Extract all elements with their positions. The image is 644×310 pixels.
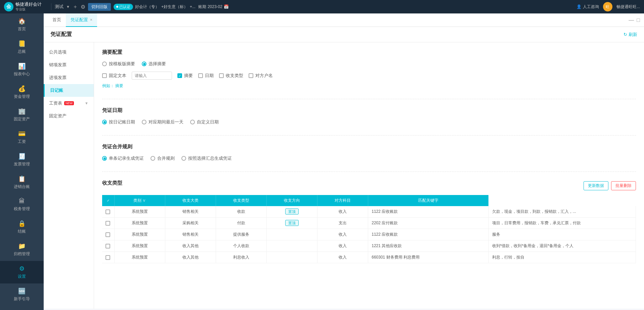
row-4-account: 1221 其他应收款	[368, 240, 489, 252]
row-checkbox-3[interactable]	[102, 229, 114, 240]
row-2-checkbox[interactable]	[105, 221, 110, 226]
status-tag-good-business: +好生意（标）	[161, 4, 188, 10]
fixed-text-checkbox	[102, 73, 107, 78]
logo: 会 畅捷通好会计 专业版	[4, 2, 48, 12]
tab-maximize-button[interactable]: □	[637, 17, 640, 23]
row-checkbox-2[interactable]	[102, 218, 114, 229]
fixed-text-input[interactable]	[132, 72, 172, 80]
tabs-right: — □	[629, 17, 640, 23]
tab-minimize-button[interactable]: —	[629, 17, 634, 23]
invoice-icon: 🧾	[18, 153, 26, 160]
sidebar-item-assets[interactable]: 🏢 固定资产	[0, 104, 44, 126]
checkbox-date[interactable]: 日期	[198, 73, 214, 79]
update-data-button[interactable]: 更新数据	[584, 181, 608, 190]
config-menu-fixed-assets[interactable]: 固定资产	[44, 110, 94, 122]
status-tag-good-accounting: 好会计（专）	[135, 4, 159, 10]
sidebar-item-member[interactable]: 👤 畅会员	[0, 306, 44, 310]
summary-checkbox: ✓	[177, 73, 182, 78]
main-layout: 🏠 首页 📒 总账 📊 报表中心 💰 资金管理 🏢 固定资产 💳 工资 🧾 发票…	[0, 13, 644, 310]
sidebar-item-home[interactable]: 🏠 首页	[0, 13, 44, 36]
row-2-category: 系统预置	[114, 218, 165, 229]
service-button[interactable]: 👤 人工咨询	[576, 4, 599, 10]
income-expense-section: 收支类型 更新数据 批量删除 ✓	[102, 180, 636, 263]
voucher-date-title: 凭证日期	[102, 107, 636, 114]
row-1-sub-type: 收款	[216, 206, 266, 218]
tab-close-icon[interactable]: ×	[90, 17, 92, 22]
page-content: 凭证配置 ↻ 刷新 公共选项 销项发票 进项发票	[44, 27, 644, 310]
example-text: 例如： 摘要	[102, 83, 636, 89]
settings-gear-icon[interactable]: ⚙	[81, 4, 85, 10]
radio-aggregate[interactable]: 按照选择汇总生成凭证	[181, 155, 232, 161]
checkbox-summary[interactable]: ✓ 摘要	[177, 73, 193, 79]
checkbox-type[interactable]: 收支类型	[219, 73, 243, 79]
row-2-keywords: 项目，日常费用，报销款，车费，承兑汇票，付款	[488, 218, 636, 229]
sidebar-item-finance[interactable]: 💰 资金管理	[0, 81, 44, 104]
batch-delete-button[interactable]: 批量删除	[611, 181, 636, 190]
row-checkbox-1[interactable]	[102, 206, 114, 218]
table-row: 系统预置 销售相关 提供服务 收入 1122 应收账款 服务	[102, 229, 636, 240]
radio-custom-date[interactable]: 自定义日期	[190, 119, 219, 125]
config-menu-journal[interactable]: 日记账	[44, 84, 94, 97]
config-menu-public[interactable]: 公共选项	[44, 46, 94, 59]
select-all-checkbox[interactable]: ✓	[106, 198, 111, 203]
sidebar-item-settings[interactable]: ⚙ 设置	[0, 261, 44, 283]
tab-home[interactable]: 首页	[48, 13, 66, 27]
sidebar-item-purchase[interactable]: 📋 进销台账	[0, 171, 44, 194]
sidebar-item-ledger[interactable]: 📒 总账	[0, 36, 44, 59]
radio-select-summary[interactable]: 选择摘要	[142, 61, 166, 67]
config-menu-sales[interactable]: 销项发票	[44, 59, 94, 71]
merge-options: 单条记录生成凭证 合并规则 按照选择汇总生成凭证	[102, 155, 636, 161]
checkbox-fixed-text[interactable]: 固定文本	[102, 73, 126, 79]
tab-voucher-config[interactable]: 凭证配置 ×	[66, 13, 97, 27]
checkbox-row: 固定文本 ✓ 摘要 日期	[102, 72, 636, 80]
row-3-checkbox[interactable]	[105, 232, 110, 237]
radio-single[interactable]: 单条记录生成凭证	[102, 155, 144, 161]
menu-arrow-icon: ▼	[85, 101, 88, 105]
row-checkbox-4[interactable]	[102, 240, 114, 252]
calendar-icon[interactable]: 📅	[224, 4, 229, 9]
config-menu-salary-table[interactable]: 工资表 NEW ▼	[44, 97, 94, 110]
th-checkbox[interactable]: ✓	[102, 195, 114, 206]
switch-version-button[interactable]: 切到旧版	[88, 3, 111, 11]
checkbox-counterparty[interactable]: 对方户名	[249, 73, 273, 79]
row-4-checkbox[interactable]	[105, 244, 110, 248]
logo-icon: 会	[4, 2, 13, 11]
home-icon: 🏠	[18, 17, 26, 25]
sidebar-item-salary[interactable]: 💳 工资	[0, 126, 44, 149]
divider-2	[102, 135, 636, 135]
sidebar-item-archive[interactable]: 📁 归档管理	[0, 238, 44, 261]
summary-config-title: 摘要配置	[102, 49, 636, 55]
top-tag-2[interactable]: 置顶	[285, 220, 299, 226]
row-2-account: 2202 应付账款	[368, 218, 489, 229]
top-right: 👤 人工咨询 旺 畅捷通旺旺...	[576, 2, 640, 11]
row-5-tag	[266, 252, 317, 263]
add-icon[interactable]: ＋	[73, 3, 78, 10]
radio-template-circle	[102, 62, 107, 66]
sidebar-item-close[interactable]: 🔒 结账	[0, 216, 44, 238]
row-1-keywords: 欠款，现金，项目款，到款，报销款，汇入，...	[488, 206, 636, 218]
row-checkbox-5[interactable]	[102, 252, 114, 263]
sidebar-item-guide[interactable]: 🆕 新手引导	[0, 283, 44, 306]
row-5-keywords: 利息，行转，按自	[488, 252, 636, 263]
row-5-checkbox[interactable]	[105, 255, 110, 260]
row-1-tag: 置顶	[266, 206, 317, 218]
th-main-type: 收支大类	[165, 195, 216, 206]
row-1-checkbox[interactable]	[105, 209, 110, 214]
refresh-button[interactable]: ↻ 刷新	[624, 32, 637, 38]
date-checkbox	[198, 73, 203, 78]
top-bar: 会 畅捷通好会计 专业版 测试 ▼ ＋ ⚙ 切到旧版 已认证 好会计（专） +好…	[0, 0, 644, 13]
radio-journal-date[interactable]: 按日记账日期	[102, 119, 135, 125]
sidebar-item-reports[interactable]: 📊 报表中心	[0, 59, 44, 81]
sidebar-item-invoice[interactable]: 🧾 发票管理	[0, 149, 44, 171]
radio-merge[interactable]: 合并规则	[151, 155, 175, 161]
username-label[interactable]: 畅捷通旺旺...	[616, 4, 640, 10]
radio-period-last[interactable]: 对应期间最后一天	[142, 119, 183, 125]
row-3-category: 系统预置	[114, 229, 165, 240]
sidebar-item-tax[interactable]: 🏛 税务管理	[0, 194, 44, 216]
config-menu-purchase[interactable]: 进项发票	[44, 71, 94, 84]
status-tag-more: +...	[190, 4, 196, 9]
top-tag-1[interactable]: 置顶	[285, 208, 299, 215]
radio-template-summary[interactable]: 按模板版摘要	[102, 61, 135, 67]
voucher-date-section: 凭证日期 按日记账日期 对应期间最后一天	[102, 107, 636, 125]
dropdown-arrow-icon[interactable]: ▼	[66, 5, 70, 9]
